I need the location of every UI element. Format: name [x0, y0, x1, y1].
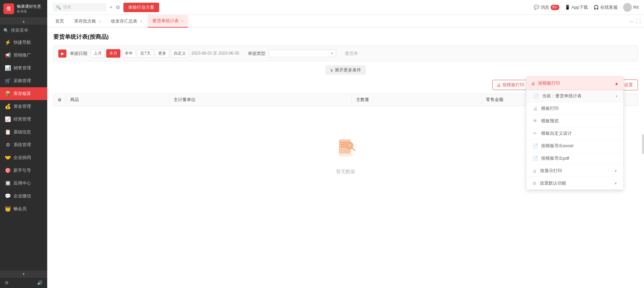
tab-home-label: 首页: [55, 18, 64, 24]
print-dropdown-popup: 🖨 按模板打印 ▲ 📄 当前：要货单统计表 ▾ 🖨: [526, 76, 624, 190]
sidebar-item-collab[interactable]: 🤝 企业协同: [0, 151, 47, 164]
empty-state-text: 暂无数据: [336, 169, 355, 175]
search-icon: 🔍: [3, 28, 9, 33]
print-dropdown-item-template-custom[interactable]: ✏ 模板自定义设计: [526, 127, 623, 140]
sidebar-scroll-down[interactable]: ▼: [0, 270, 47, 277]
sales-icon: 📊: [5, 65, 11, 71]
expand-more-label: 展开更多条件: [335, 67, 361, 73]
sidebar: 生 畅康通好生意 标准版 ▲ 🔍 搜索菜单 ⚡ 快捷导航 📢 营销推广 📊 销售…: [0, 0, 47, 288]
sidebar-item-finance[interactable]: 💰 资金管理: [0, 100, 47, 113]
sidebar-item-label: 经营管理: [13, 116, 31, 122]
print-dropdown-default-func[interactable]: ⚙ 设置默认功能 ▼: [526, 177, 623, 190]
print-dropdown-item-template-pdf[interactable]: 📄 按模板导出pdf: [526, 152, 623, 165]
message-icon: 💬: [534, 5, 539, 10]
sidebar-item-label: 企业协同: [13, 155, 31, 161]
filter-btn-this-year[interactable]: 本年: [122, 49, 136, 58]
tab-batch-account[interactable]: 库存批次账 ×: [69, 15, 106, 28]
quick-nav-icon: ⚡: [5, 39, 11, 45]
filter-order-type-select[interactable]: ▾: [269, 50, 336, 57]
trial-button[interactable]: 体验行业方案: [123, 3, 159, 12]
filter-btn-custom[interactable]: 自定义: [171, 49, 189, 58]
print-dropdown-display-print[interactable]: 🖨 按显示打印 ▼: [526, 165, 623, 177]
default-func-icon: ⚙: [532, 181, 536, 186]
tab-receipt-summary-label: 收发存汇总表: [111, 18, 137, 24]
tab-receipt-summary[interactable]: 收发存汇总表 ×: [106, 15, 147, 28]
page-title: 要货单统计表(按商品): [53, 33, 638, 41]
template-pdf-icon: 📄: [532, 156, 538, 161]
tab-batch-account-close[interactable]: ×: [99, 19, 101, 23]
tab-order-stats-close[interactable]: ×: [181, 19, 183, 23]
sidebar-item-operation[interactable]: 📈 经营管理: [0, 113, 47, 126]
sidebar-item-guide[interactable]: 🎯 新手引导: [0, 164, 47, 177]
sidebar-item-label: 应用中心: [13, 180, 31, 186]
print-dropdown-current-template[interactable]: 📄 当前：要货单统计表 ▾: [526, 90, 623, 102]
sidebar-item-basic-info[interactable]: 📋 基础信息: [0, 126, 47, 138]
tab-minimize-button[interactable]: —: [629, 19, 634, 24]
sidebar-item-system[interactable]: ⚙ 系统管理: [0, 138, 47, 151]
table-settings-icon[interactable]: ⚙: [58, 97, 62, 102]
collab-icon: 🤝: [5, 155, 11, 161]
sidebar-item-marketing[interactable]: 📢 营销推广: [0, 49, 47, 62]
print-dropdown-close-btn[interactable]: ▲: [614, 81, 619, 86]
print-dropdown-item-template-print[interactable]: 🖨 模板打印: [526, 102, 623, 115]
sidebar-item-inventory[interactable]: 📦 库存核算: [0, 87, 47, 100]
svg-rect-3: [340, 144, 345, 145]
filter-btn-last-month[interactable]: 上月: [91, 49, 105, 58]
tab-order-stats[interactable]: 要货单统计表 ×: [148, 15, 188, 28]
topbar-search-placeholder: 搜索: [63, 4, 71, 10]
template-custom-label: 模板自定义设计: [541, 130, 572, 136]
basic-info-icon: 📋: [5, 129, 11, 135]
purchase-icon: 🛒: [5, 78, 11, 84]
print-dropdown-item-template-preview[interactable]: 👁 模板预览: [526, 115, 623, 127]
print-dropdown-printer-icon: 🖨: [531, 81, 535, 86]
message-button[interactable]: 💬 消息 99+: [534, 4, 559, 10]
print-template-icon: 🖨: [497, 83, 501, 88]
sidebar-item-purchase[interactable]: 🛒 采购管理: [0, 74, 47, 87]
filter-expand-button[interactable]: ▶: [58, 50, 66, 58]
display-print-left: 🖨 按显示打印: [532, 168, 562, 174]
default-func-label: 设置默认功能: [540, 180, 566, 186]
default-func-chevron: ▼: [614, 182, 617, 185]
tab-receipt-summary-close[interactable]: ×: [140, 19, 142, 23]
member-icon: 👑: [5, 206, 11, 212]
current-template-icon: 📄: [533, 94, 539, 99]
current-template-label: 当前：要货单统计表: [542, 93, 582, 99]
topbar-search-box[interactable]: 🔍 搜索: [53, 3, 107, 11]
user-avatar-area[interactable]: Rit: [623, 3, 639, 12]
sidebar-audio-icon[interactable]: 🔊: [37, 280, 42, 285]
table-col-settings[interactable]: ⚙: [54, 94, 66, 106]
sidebar-item-member[interactable]: 👑 畅会员: [0, 202, 47, 215]
print-dropdown-item-template-excel[interactable]: 📄 按模板导出excel: [526, 140, 623, 152]
tab-home[interactable]: 首页: [51, 15, 69, 28]
sidebar-footer: ⚙ 🔊: [0, 277, 47, 288]
sidebar-item-label: 采购管理: [13, 78, 31, 84]
online-service-button[interactable]: 🎧 在线客服: [593, 4, 618, 10]
table-col-quantity: 主数量: [352, 94, 481, 106]
app-download-button[interactable]: 📱 App下载: [565, 4, 588, 10]
sidebar-search[interactable]: 🔍 搜索菜单: [0, 25, 47, 36]
expand-more-button[interactable]: ∨ 展开更多条件: [325, 65, 366, 75]
filter-btn-more[interactable]: 更多: [155, 49, 169, 58]
appstore-icon: 🔲: [5, 180, 11, 186]
sidebar-item-sales[interactable]: 📊 销售管理: [0, 62, 47, 74]
svg-rect-4: [340, 146, 346, 147]
app-download-label: App下载: [572, 4, 588, 10]
template-custom-icon: ✏: [532, 131, 538, 136]
resize-handle[interactable]: [642, 134, 644, 154]
svg-rect-2: [340, 142, 347, 143]
sidebar-item-label: 销售管理: [13, 65, 31, 71]
sidebar-scroll-up[interactable]: ▲: [0, 18, 47, 25]
filter-btn-this-month[interactable]: 本月: [106, 49, 120, 58]
filter-btn-7days[interactable]: 近7天: [137, 49, 154, 58]
print-dropdown-header[interactable]: 🖨 按模板打印 ▲: [526, 77, 623, 90]
tab-maximize-button[interactable]: ⛶: [636, 19, 641, 24]
topbar-gear-icon[interactable]: ⚙: [116, 4, 120, 10]
topbar-search-icon: 🔍: [56, 5, 61, 10]
sidebar-item-appstore[interactable]: 🔲 应用中心: [0, 177, 47, 190]
sidebar-settings-icon[interactable]: ⚙: [5, 280, 9, 285]
sidebar-item-wechat[interactable]: 💬 企业微信: [0, 190, 47, 202]
topbar: 🔍 搜索 ▾ ⚙ 体验行业方案 💬 消息 99+ 📱 App下载 🎧 在线客服: [47, 0, 644, 15]
system-icon: ⚙: [5, 142, 11, 148]
sidebar-item-quick-nav[interactable]: ⚡ 快捷导航: [0, 36, 47, 49]
topbar-dropdown-arrow[interactable]: ▾: [110, 5, 112, 10]
